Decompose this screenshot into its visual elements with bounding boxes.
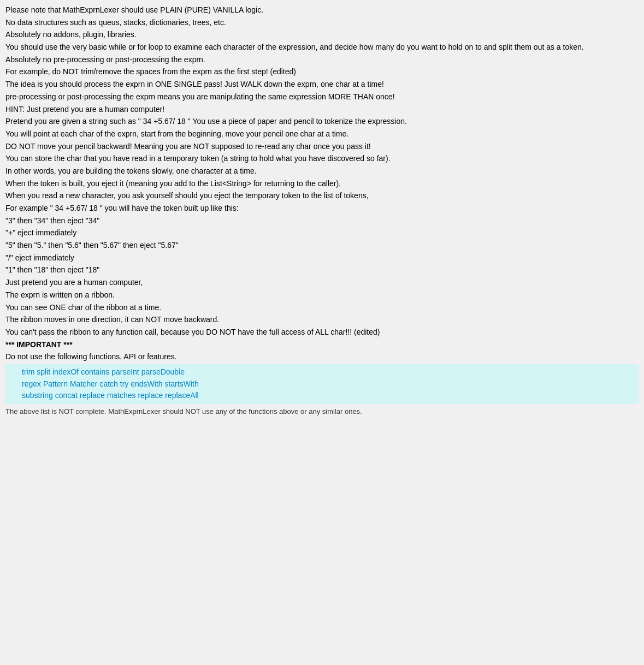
line-6: For example, do NOT trim/remove the spac… <box>5 66 639 78</box>
line-3: Absolutely no addons, plugin, libraries. <box>5 29 639 41</box>
line-17: For example " 34 +5.67/ 18 " you will ha… <box>5 203 639 215</box>
line-5: Absolutely no pre-processing or post-pro… <box>5 54 639 66</box>
line-23: Just pretend you are a human computer, <box>5 277 639 289</box>
line-25: You can see ONE char of the ribbon at a … <box>5 302 639 314</box>
line-8: pre-processing or post-processing the ex… <box>5 91 639 103</box>
main-content: Please note that MathExprnLexer should u… <box>5 4 639 417</box>
line-10: Pretend you are given a string such as "… <box>5 116 639 128</box>
line-26: The ribbon moves in one direction, it ca… <box>5 314 639 326</box>
line-28: *** IMPORTANT *** <box>5 339 639 351</box>
last-line: The above list is NOT complete. MathExpr… <box>5 406 639 417</box>
line-19: "+" eject immediately <box>5 227 639 239</box>
line-4: You should use the very basic while or f… <box>5 41 639 54</box>
code-line-2: regex Pattern Matcher catch try endsWith… <box>22 378 622 390</box>
line-24: The exprn is written on a ribbon. <box>5 289 639 301</box>
line-14: In other words, you are building the tok… <box>5 165 639 177</box>
line-22: "1" then "18" then eject "18" <box>5 264 639 276</box>
code-line-3: substring concat replace matches replace… <box>22 390 622 402</box>
line-1: Please note that MathExprnLexer should u… <box>5 4 639 16</box>
line-27: You can't pass the ribbon to any functio… <box>5 326 639 339</box>
line-18: "3" then "34" then eject "34" <box>5 215 639 227</box>
line-21: "/" eject immediately <box>5 252 639 264</box>
line-11: You will point at each char of the exprn… <box>5 128 639 140</box>
line-9: HINT: Just pretend you are a human compu… <box>5 104 639 116</box>
line-15: When the token is built, you eject it (m… <box>5 178 639 190</box>
line-2: No data structures such as queus, stacks… <box>5 17 639 29</box>
line-29: Do not use the following functions, API … <box>5 351 639 363</box>
code-line-1: trim split indexOf contains parseInt par… <box>22 366 622 378</box>
line-20: "5" then "5." then "5.6" then "5.67" the… <box>5 240 639 252</box>
line-13: You can store the char that you have rea… <box>5 153 639 165</box>
code-block: trim split indexOf contains parseInt par… <box>5 364 639 404</box>
line-7: The idea is you should process the exprn… <box>5 79 639 91</box>
line-16: When you read a new character, you ask y… <box>5 190 639 202</box>
line-12: DO NOT move your pencil backward! Meanin… <box>5 141 639 153</box>
